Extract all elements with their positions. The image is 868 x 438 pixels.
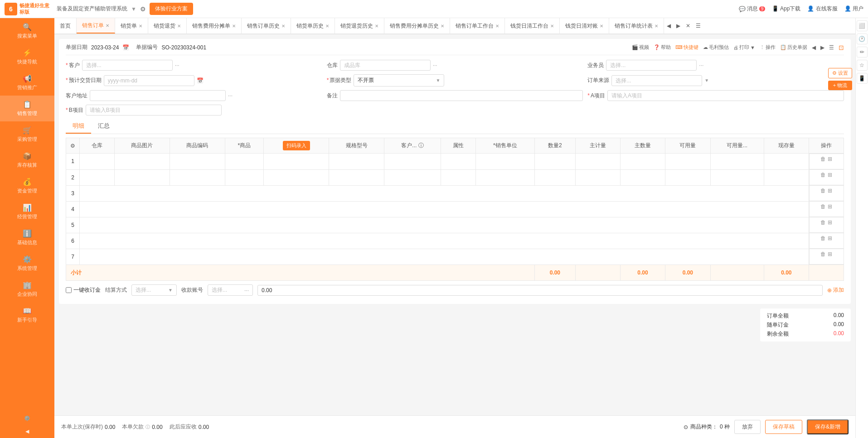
col-available-ext[interactable]: 可用量...	[710, 138, 764, 154]
calendar-icon[interactable]: 📅	[122, 44, 129, 51]
col-main-qty[interactable]: 主数量	[620, 138, 665, 154]
payment-method-select[interactable]: 选择... ▼	[131, 284, 177, 296]
account-ellipsis[interactable]: ···	[244, 287, 249, 294]
tab-fee-history[interactable]: 销售费用分摊单历史 ✕	[384, 18, 450, 34]
view-list-icon[interactable]: ☰	[829, 44, 834, 51]
row-1-attr[interactable]	[441, 154, 475, 170]
tab-sales-stats-close[interactable]: ✕	[655, 24, 658, 29]
row-3-copy-icon[interactable]: ⊞	[828, 188, 832, 199]
row-2-delete-icon[interactable]: 🗑	[820, 172, 826, 183]
customer-address-ellipsis[interactable]: ···	[228, 92, 233, 99]
save-draft-button[interactable]: 保存草稿	[765, 420, 802, 434]
col-qty2[interactable]: 数量2	[535, 138, 575, 154]
sidebar-item-system[interactable]: ⚙️ 系统管理	[0, 250, 54, 276]
col-unit[interactable]: *销售单位	[475, 138, 535, 154]
sidebar-item-finance[interactable]: 💰 资金管理	[0, 173, 54, 199]
row-5-copy-icon[interactable]: ⊞	[828, 219, 832, 231]
col-settings[interactable]: ⚙	[66, 138, 80, 154]
settings-button[interactable]: ⚙ 设置	[828, 68, 852, 78]
invoice-type-select[interactable]: 不开票 ▼	[354, 74, 444, 87]
sidebar-item-enterprise[interactable]: 🏢 企业协同	[0, 276, 54, 302]
customer-input[interactable]	[82, 60, 173, 71]
debit-info-icon[interactable]: ⓘ	[145, 424, 150, 430]
row-1-delete-icon[interactable]: 🗑	[820, 156, 826, 167]
row-2-attr[interactable]	[441, 169, 475, 185]
a-project-input[interactable]	[607, 90, 844, 101]
row-2-stock[interactable]	[764, 169, 809, 185]
tab-daily-workbench-close[interactable]: ✕	[550, 24, 554, 29]
add-material-button[interactable]: + 物流	[828, 81, 852, 90]
row-7-delete-icon[interactable]: 🗑	[820, 251, 826, 262]
col-product-code[interactable]: 商品编码	[170, 138, 225, 154]
row-4-copy-icon[interactable]: ⊞	[828, 203, 832, 215]
app-download-link[interactable]: 📱 App下载	[772, 5, 800, 13]
col-customer-code[interactable]: 客户... ⓘ	[384, 138, 441, 154]
tab-home[interactable]: 首页	[54, 18, 77, 34]
row-2-main-qty[interactable]	[620, 169, 665, 185]
sidebar-item-management[interactable]: 📊 经营管理	[0, 199, 54, 225]
sidebar-item-inventory[interactable]: 📦 库存核算	[0, 147, 54, 173]
help-btn[interactable]: ❓ 帮助	[654, 44, 671, 51]
row-2-qty2[interactable]	[535, 169, 575, 185]
col-warehouse[interactable]: 仓库	[80, 138, 115, 154]
tab-sales-workbench-close[interactable]: ✕	[495, 24, 499, 29]
sidebar-item-marketing[interactable]: 📢 营销推广	[0, 70, 54, 96]
row-3-delete-icon[interactable]: 🗑	[820, 188, 826, 199]
tab-sales-invoice[interactable]: 销货单 ✕	[115, 18, 148, 34]
col-main-unit[interactable]: 主计量	[575, 138, 620, 154]
history-btn[interactable]: 📋 历史单据	[780, 44, 807, 51]
row-2-spec[interactable]	[329, 169, 384, 185]
tab-sales-order-history[interactable]: 销售订单历史 ✕	[242, 18, 291, 34]
tab-sales-invoice-close[interactable]: ✕	[139, 24, 142, 29]
tab-return-history[interactable]: 销货退货历史 ✕	[335, 18, 384, 34]
product-types-icon[interactable]: ⊙	[684, 424, 688, 430]
rp-icon-2[interactable]: 🕐	[857, 34, 868, 44]
tab-invoice-history-close[interactable]: ✕	[325, 24, 329, 29]
customer-address-input[interactable]	[90, 90, 226, 101]
row-1-stock[interactable]	[764, 154, 809, 170]
user-menu[interactable]: 👤 用户	[844, 5, 863, 13]
tab-next-btn[interactable]: ▶	[674, 23, 683, 29]
b-project-input[interactable]	[86, 105, 222, 116]
row-1-product[interactable]	[225, 154, 264, 170]
tab-sales-return-close[interactable]: ✕	[177, 24, 181, 29]
row-6-delete-icon[interactable]: 🗑	[820, 235, 826, 246]
rp-icon-5[interactable]: 📱	[857, 73, 868, 84]
delivery-date-input[interactable]	[104, 75, 194, 86]
row-2-product[interactable]	[225, 169, 264, 185]
nav-next-icon[interactable]: ▶	[820, 44, 824, 51]
row-1-warehouse[interactable]	[80, 154, 115, 170]
row-2-available-ext[interactable]	[710, 169, 764, 185]
sidebar-item-purchase[interactable]: 🛒 采购管理	[0, 121, 54, 147]
tab-sales-return[interactable]: 销货退货 ✕	[148, 18, 187, 34]
tab-sales-order[interactable]: 销售订单 ✕	[77, 18, 115, 34]
inner-tab-summary[interactable]: 汇总	[91, 119, 116, 134]
row-1-code[interactable]	[170, 154, 225, 170]
account-select[interactable]: 选择... ···	[208, 284, 253, 296]
delivery-calendar-icon[interactable]: 📅	[197, 77, 204, 84]
rp-icon-4[interactable]: ☆	[857, 60, 868, 71]
tab-sales-fee-close[interactable]: ✕	[232, 24, 236, 29]
tab-daily-reconcile[interactable]: 钱货日清对账 ✕	[560, 18, 609, 34]
remark-input[interactable]	[340, 90, 583, 101]
col-spec[interactable]: 规格型号	[329, 138, 384, 154]
shortcut-btn[interactable]: ⌨ 快捷键	[675, 44, 698, 51]
row-1-available-ext[interactable]	[710, 154, 764, 170]
col-product-image[interactable]: 商品图片	[114, 138, 170, 154]
operation-btn[interactable]: ⋮ 操作	[760, 44, 776, 51]
row-6-copy-icon[interactable]: ⊞	[828, 235, 832, 246]
row-1-unit[interactable]	[475, 154, 535, 170]
warehouse-input[interactable]	[340, 60, 431, 71]
col-available[interactable]: 可用量	[665, 138, 710, 154]
profit-btn[interactable]: ☁ 毛利预估	[703, 44, 729, 51]
view-video-btn[interactable]: 🎬 视频	[632, 44, 649, 51]
order-source-input[interactable]	[611, 75, 702, 86]
sidebar-bottom-settings[interactable]: ⚙️	[0, 412, 54, 425]
row-7-copy-icon[interactable]: ⊞	[828, 251, 832, 262]
solution-button[interactable]: 体验行业方案	[150, 3, 193, 15]
add-payment-btn[interactable]: ⊕ 添加	[827, 286, 844, 294]
row-1-customer[interactable]	[384, 154, 441, 170]
row-1-qty2[interactable]	[535, 154, 575, 170]
inner-tab-detail[interactable]: 明细	[66, 119, 91, 134]
row-2-image[interactable]	[114, 169, 170, 185]
